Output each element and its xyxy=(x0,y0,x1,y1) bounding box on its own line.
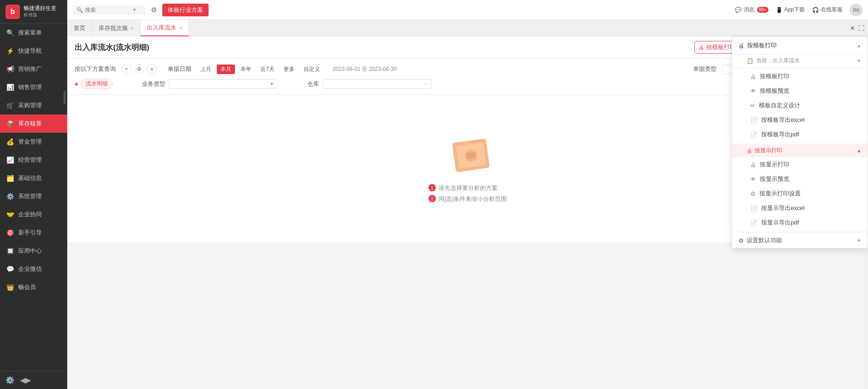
collapse-sidebar-icon[interactable]: ◀▶ xyxy=(20,376,31,384)
date-tab-this-year[interactable]: 本年 xyxy=(237,65,255,74)
current-chevron: ▼ xyxy=(857,58,861,63)
template-preview-icon: 👁 xyxy=(750,88,756,95)
divider-2 xyxy=(732,143,868,143)
crown-icon: 👑 xyxy=(5,283,15,292)
date-tab-this-month[interactable]: 本月 xyxy=(217,65,235,74)
tab-close-all-icon[interactable]: ✕ xyxy=(850,25,855,32)
sidebar-item-label: 应用中心 xyxy=(18,247,42,255)
dropdown-header[interactable]: 🖨 按模板打印 ▲ xyxy=(732,37,868,55)
active-filter-tag[interactable]: 流水明细 xyxy=(81,79,113,89)
tab-home[interactable]: 首页 xyxy=(67,20,92,36)
tab-flow[interactable]: 出入库流水 × xyxy=(140,20,189,36)
warehouse-chevron: ··· xyxy=(424,81,428,86)
app-download-btn[interactable]: 📱 App下载 xyxy=(776,6,805,14)
sidebar-item-marketing[interactable]: 📢 营销推广 xyxy=(0,60,67,78)
message-btn[interactable]: 💬 消息 99+ xyxy=(735,6,768,14)
tab-close-batch-ledger[interactable]: × xyxy=(131,25,134,31)
sidebar-item-label: 销售管理 xyxy=(18,83,42,91)
sidebar-item-label: 搜索菜单 xyxy=(18,29,42,37)
filter-settings-btn[interactable]: ⚙ xyxy=(134,64,144,74)
online-service-btn[interactable]: 🎧 在线客服 xyxy=(812,6,843,14)
date-tab-last-month[interactable]: 上月 xyxy=(197,65,215,74)
dropdown-footer[interactable]: ⚙ 设置默认功能 ▼ xyxy=(732,232,868,248)
template-pdf-icon: 📄 xyxy=(750,131,758,138)
biz-type-chevron: ▼ xyxy=(269,81,274,86)
sidebar-item-label: 基础信息 xyxy=(18,174,42,182)
empty-box-svg xyxy=(445,131,499,181)
type-label: 单据类型 xyxy=(693,65,717,73)
footer-chevron: ▼ xyxy=(857,238,861,243)
topbar: 🔍 ▼ ⚙ 体验行业方案 💬 消息 99+ 📱 App下载 🎧 在线客服 Rit xyxy=(67,0,868,20)
divider-3 xyxy=(732,231,868,231)
warehouse-select[interactable]: ··· xyxy=(323,79,432,89)
trial-btn[interactable]: 体验行业方案 xyxy=(162,4,209,16)
sidebar-item-enterprise[interactable]: 🤝 企业协同 xyxy=(0,205,67,224)
dropdown-item-display-pdf[interactable]: 📄 按显示导出pdf xyxy=(732,215,868,230)
tab-close-flow[interactable]: × xyxy=(179,25,182,30)
sidebar-item-label: 资金管理 xyxy=(18,138,42,146)
sidebar-item-quick-nav[interactable]: ⚡ 快捷导航 xyxy=(0,42,67,60)
lightning-icon: ⚡ xyxy=(5,46,15,55)
tab-expand-icon[interactable]: ⛶ xyxy=(858,25,864,32)
sidebar-item-operation[interactable]: 📈 经营管理 xyxy=(0,151,67,169)
dropdown-item-template-preview[interactable]: 👁 按模板预览 xyxy=(732,84,868,98)
global-search-input[interactable] xyxy=(85,7,130,13)
dropdown-item-template-print[interactable]: 🖨 按模板打印 xyxy=(732,69,868,84)
phone-icon: 📱 xyxy=(776,7,783,13)
date-tab-7days[interactable]: 近7天 xyxy=(257,65,278,74)
date-tabs: 上月 本月 本年 近7天 更多 自定义 xyxy=(197,65,324,74)
sidebar-item-label: 采购管理 xyxy=(18,101,42,110)
sidebar-item-finance[interactable]: 💰 资金管理 xyxy=(0,133,67,151)
add-filter-btn[interactable]: + xyxy=(121,64,131,74)
tabbar-right: ✕ ⛶ xyxy=(846,25,868,32)
sidebar-scrollbar xyxy=(64,91,65,105)
sidebar-item-inventory[interactable]: 📦 库存核算 xyxy=(0,115,67,133)
sidebar-item-label: 库存核算 xyxy=(18,120,42,128)
sidebar-item-label: 企业微信 xyxy=(18,265,42,273)
sidebar-item-purchase[interactable]: 🛒 采购管理 xyxy=(0,96,67,115)
sidebar-item-label: 快捷导航 xyxy=(18,47,42,55)
sidebar-item-system[interactable]: ⚙️ 系统管理 xyxy=(0,187,67,205)
sidebar-item-basic[interactable]: 🗂️ 基础信息 xyxy=(0,169,67,187)
megaphone-icon: 📢 xyxy=(5,65,15,74)
dropdown-item-template-pdf[interactable]: 📄 按模板导出pdf xyxy=(732,127,868,142)
empty-tip-1: 1 请先选择要分析的方案 xyxy=(429,184,507,192)
global-search-box[interactable]: 🔍 ▼ xyxy=(73,5,145,15)
sidebar-item-apps[interactable]: 🔲 应用中心 xyxy=(0,242,67,260)
dropdown-item-display-preview[interactable]: 👁 按显示预览 xyxy=(732,172,868,186)
current-item[interactable]: 📋 当前：出入库流水 ▼ xyxy=(732,55,868,67)
dropdown-item-template-custom[interactable]: ✏ 模板自定义设计 xyxy=(732,98,868,113)
tab-batch-ledger[interactable]: 库存批次账 × xyxy=(92,20,140,36)
svg-rect-3 xyxy=(466,152,476,160)
chart-icon: 📊 xyxy=(5,83,15,92)
display-print-icon: 🖨 xyxy=(750,161,756,168)
gear-icon: ⚙️ xyxy=(5,192,15,201)
sidebar-item-guide[interactable]: 🎯 新手引导 xyxy=(0,224,67,242)
date-label: 单据日期 xyxy=(168,65,191,73)
user-avatar[interactable]: Rit xyxy=(850,4,863,16)
date-tab-more[interactable]: 更多 xyxy=(280,65,298,74)
chevron-down-icon[interactable]: ▼ xyxy=(132,7,137,12)
sidebar-nav: 🔍 搜索菜单 ⚡ 快捷导航 📢 营销推广 📊 销售管理 🛒 采购管理 📦 库存核… xyxy=(0,24,67,371)
sidebar-item-member[interactable]: 👑 畅会员 xyxy=(0,278,67,296)
cart-icon: 🛒 xyxy=(5,101,15,110)
sidebar-item-wechat[interactable]: 💬 企业微信 xyxy=(0,260,67,278)
sidebar: b 畅捷通好生意 标准版 🔍 搜索菜单 ⚡ 快捷导航 📢 营销推广 📊 销售管理… xyxy=(0,0,67,389)
grid-icon: 🔲 xyxy=(5,246,15,255)
sidebar-item-sales[interactable]: 📊 销售管理 xyxy=(0,78,67,96)
display-section-header[interactable]: 🖨 按显示打印 ▲ xyxy=(732,144,868,157)
headset-icon: 🎧 xyxy=(812,7,819,13)
collapse-filter-btn[interactable]: « xyxy=(147,64,157,74)
sidebar-item-label: 系统管理 xyxy=(18,192,42,200)
dropdown-item-template-excel[interactable]: 📄 按模板导出excel xyxy=(732,113,868,127)
sidebar-item-search[interactable]: 🔍 搜索菜单 xyxy=(0,24,67,42)
dropdown-item-display-print[interactable]: 🖨 按显示打印 xyxy=(732,157,868,172)
dropdown-item-display-settings[interactable]: ⚙ 按显示打印设置 xyxy=(732,186,868,201)
settings-icon[interactable]: ⚙️ xyxy=(5,376,15,384)
message-icon: 💬 xyxy=(735,7,742,13)
settings-gear-icon[interactable]: ⚙ xyxy=(151,6,157,14)
date-tab-custom[interactable]: 自定义 xyxy=(300,65,324,74)
dropdown-item-display-excel[interactable]: 📄 按显示导出excel xyxy=(732,201,868,215)
filter-tools: + ⚙ « xyxy=(121,64,157,74)
biz-type-select[interactable]: ▼ xyxy=(169,79,278,89)
